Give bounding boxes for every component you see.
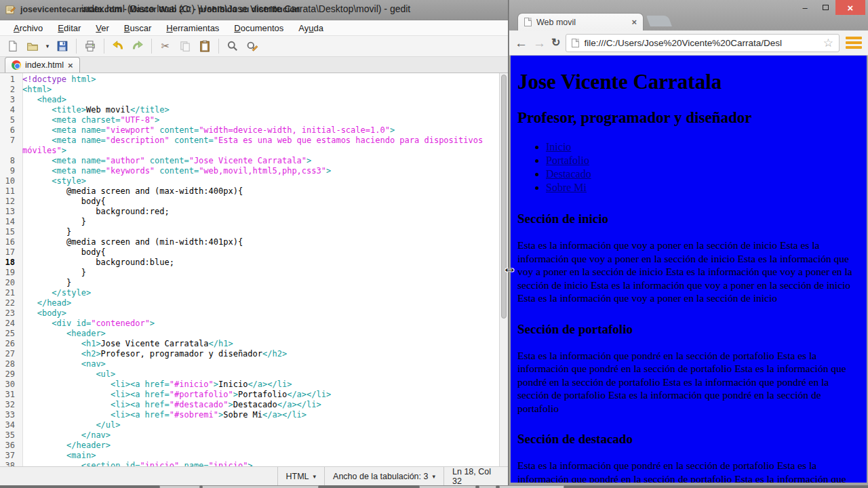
line-number: 30 (0, 380, 19, 390)
section-heading: Sección de destacado (517, 432, 860, 447)
open-dropdown-icon[interactable]: ▾ (43, 43, 52, 49)
close-button[interactable]: × (835, 0, 865, 15)
code-row: 24 <div id="contenedor"> (0, 319, 499, 329)
gedit-tabbar: index.html × (0, 57, 508, 73)
menu-herramientas[interactable]: Herramientas (159, 22, 226, 35)
line-number: 36 (0, 441, 19, 451)
code-row: 23 <body> (0, 308, 499, 319)
open-folder-icon[interactable] (24, 37, 41, 55)
line-number: 31 (0, 390, 19, 400)
address-bar[interactable]: file:///C:/Users/Jose%20Vicente%20Carrat… (566, 34, 840, 52)
code-editor[interactable]: 1<!doctype html>2<html>3 <head>4 <title>… (0, 73, 499, 466)
code-row: 14 } (0, 217, 499, 227)
toolbar-separator (151, 39, 152, 54)
line-number: 12 (0, 197, 19, 207)
html-file-icon (12, 60, 21, 70)
reload-button[interactable]: ↻ (551, 37, 560, 48)
code-row: 35 </nav> (0, 430, 499, 441)
code-row: 1<!doctype html> (0, 75, 499, 85)
undo-icon[interactable] (109, 37, 127, 55)
line-number: 5 (0, 115, 19, 125)
menu-documentos[interactable]: Documentos (227, 22, 290, 35)
code-row: 8 <meta name="author" content="Jose Vice… (0, 156, 499, 166)
gedit-titlebar: josevicentecarratala.com - Master Web 2.… (0, 0, 508, 20)
back-button[interactable]: ← (515, 37, 528, 49)
section-paragraph: Esta es la información que pondré en la … (517, 459, 860, 483)
url-text[interactable]: file:///C:/Users/Jose%20Vicente%20Carrat… (584, 38, 818, 48)
line-number: 27 (0, 349, 19, 359)
new-document-icon[interactable] (4, 37, 22, 55)
scrollbar-thumb[interactable] (501, 75, 507, 319)
forward-button[interactable]: → (533, 37, 546, 49)
bookmark-star-icon[interactable]: ☆ (823, 36, 833, 50)
tab-label: index.html (25, 60, 64, 70)
browser-tab[interactable]: Web movil × (517, 13, 644, 30)
line-number: 13 (0, 207, 19, 217)
code-row: 37 <main> (0, 451, 499, 461)
line-number: 2 (0, 85, 19, 95)
menu-archivo[interactable]: Archivo (7, 22, 50, 35)
line-number: 4 (0, 105, 19, 115)
menu-bar: ArchivoEditarVerBuscarHerramientasDocume… (0, 20, 508, 36)
resize-cursor-icon: ↔ (502, 260, 517, 276)
find-replace-icon[interactable] (243, 37, 261, 55)
nav-link-destacado[interactable]: Destacado (546, 168, 591, 180)
line-number: 10 (0, 176, 19, 186)
section-heading: Sección de inicio (517, 211, 860, 226)
line-number: 24 (0, 319, 19, 329)
code-row: 12 body{ (0, 197, 499, 207)
taskbar-strip (0, 485, 868, 488)
code-row: 26 <h1>Jose Vicente Carratala</h1> (0, 339, 499, 349)
line-number: 14 (0, 217, 19, 227)
menu-editar[interactable]: Editar (51, 22, 87, 35)
nav-link-inicio[interactable]: Inicio (546, 141, 571, 152)
browser-tab-close-icon[interactable]: × (631, 17, 637, 27)
gedit-app-icon (5, 5, 16, 15)
code-row: 30 <li><a href="#inicio">Inicio</a></li> (0, 380, 499, 390)
maximize-button[interactable] (815, 0, 835, 15)
code-row: 27 <h2>Profesor, programador y diseñador… (0, 349, 499, 359)
redo-icon[interactable] (129, 37, 146, 55)
minimize-button[interactable]: – (795, 0, 815, 15)
code-row: 2<html> (0, 85, 499, 95)
nav-link-portafolio[interactable]: Portafolio (546, 155, 589, 166)
line-number: 17 (0, 247, 19, 258)
code-row: 19 } (0, 268, 499, 278)
page-icon (572, 39, 579, 47)
section-heading: Sección de portafolio (517, 322, 860, 337)
new-tab-button[interactable] (646, 16, 672, 26)
code-row: 4 <title>Web movil</title> (0, 105, 499, 115)
tab-index-html[interactable]: index.html × (5, 57, 80, 73)
line-number: 35 (0, 430, 19, 441)
browser-menu-icon[interactable] (845, 35, 863, 50)
find-icon[interactable] (224, 37, 241, 55)
code-row: 6 <meta name="viewport" content="width=d… (0, 125, 499, 136)
nav-link-sobre-mi[interactable]: Sobre Mi (546, 182, 587, 193)
tab-close-icon[interactable]: × (68, 60, 73, 70)
cut-icon[interactable]: ✂ (157, 37, 174, 55)
dropdown-icon: ▾ (313, 473, 317, 480)
code-row: 18 background:blue; (0, 258, 499, 268)
line-number: 29 (0, 369, 19, 380)
window-title: index.html (Disco local (C:) \Users\Jose… (81, 3, 410, 14)
code-row: 16 @media screen and (min-width:401px){ (0, 237, 499, 247)
code-row: 3 <head> (0, 95, 499, 105)
save-icon[interactable] (54, 37, 71, 55)
code-row: 36 </header> (0, 441, 499, 451)
page-heading: Jose Vicente Carratala (517, 70, 860, 94)
paste-icon[interactable] (196, 37, 214, 55)
toolbar-separator (76, 39, 77, 54)
line-number: 3 (0, 95, 19, 105)
code-row: móviles"> (0, 146, 499, 156)
copy-icon[interactable] (176, 37, 194, 55)
line-number: 21 (0, 288, 19, 298)
tab-width-dropdown[interactable]: Ancho de la tabulación: 3 ▾ (324, 467, 443, 485)
menu-buscar[interactable]: Buscar (117, 22, 158, 35)
menu-ver[interactable]: Ver (89, 22, 116, 35)
language-mode-dropdown[interactable]: HTML ▾ (277, 467, 325, 485)
code-row: 33 <li><a href="#sobremi">Sobre Mi</a></… (0, 410, 499, 420)
tab-width-label: Ancho de la tabulación: 3 (333, 472, 428, 481)
menu-ayuda[interactable]: Ayuda (292, 22, 330, 35)
print-icon[interactable] (81, 37, 99, 55)
line-number: 33 (0, 410, 19, 420)
